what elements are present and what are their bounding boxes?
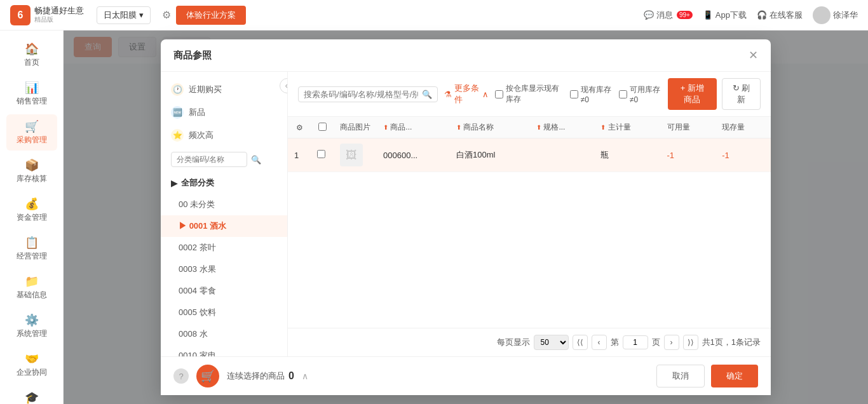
available-checkbox[interactable] — [619, 90, 627, 98]
th-unit: ⬆ 主计量 — [594, 117, 660, 138]
warehouse-filter[interactable]: 按仓库显示现有库存 — [495, 83, 563, 105]
logo-icon: 6 — [10, 5, 31, 25]
sort-icon: ⬆ — [383, 124, 388, 131]
th-available: 可用量 — [661, 117, 716, 138]
toolbar-right: + 新增商品 ↻ 刷新 — [668, 78, 761, 110]
td-unit: 瓶 — [594, 138, 660, 172]
sidebar-label-inventory: 库存核算 — [17, 173, 47, 184]
quick-item-new[interactable]: 🆕 新品 — [161, 101, 287, 124]
warehouse-label: 按仓库显示现有库存 — [506, 83, 563, 105]
page-unit: 页 — [652, 337, 660, 348]
modal-overlay: 商品参照 ✕ « 🕐 近期购买 🆕 — [64, 30, 868, 404]
messages-button[interactable]: 💬 消息 99+ — [644, 10, 693, 21]
cancel-button[interactable]: 取消 — [656, 365, 705, 387]
th-stock: 现存量 — [715, 117, 771, 138]
sidebar-item-system[interactable]: ⚙️ 系统管理 — [6, 308, 57, 344]
sidebar-item-operations[interactable]: 📋 经营管理 — [6, 231, 57, 267]
th-image: 商品图片 — [334, 117, 377, 138]
th-code-label: 商品... — [390, 123, 412, 131]
sidebar-item-guide[interactable]: 🎓 新手引导 — [6, 386, 57, 404]
category-all[interactable]: ▶ 全部分类 — [161, 172, 287, 194]
existing-filter[interactable]: 现有库存≠0 — [570, 84, 613, 104]
quick-item-frequent[interactable]: ⭐ 频次高 — [161, 124, 287, 147]
total-info: 共1页，1条记录 — [702, 337, 761, 348]
chevron-down-icon: ▾ — [139, 10, 144, 20]
sidebar-item-collab[interactable]: 🤝 企业协同 — [6, 347, 57, 383]
row-checkbox[interactable] — [317, 150, 325, 158]
confirm-button[interactable]: 确定 — [711, 365, 758, 387]
product-image: 🖼 — [340, 144, 363, 166]
table-row[interactable]: 1 🖼 000600... 白酒100ml — [288, 138, 771, 172]
sidebar-item-finance[interactable]: 💰 资金管理 — [6, 192, 57, 228]
th-spec-label: 规格... — [543, 123, 565, 131]
modal-main: 🔍 ⚗ 更多条件 ∧ 按仓库显示现有库存 — [288, 72, 771, 356]
search-input[interactable] — [304, 90, 418, 99]
existing-checkbox[interactable] — [570, 90, 578, 98]
page-size-select[interactable]: 50 100 200 — [534, 335, 569, 350]
category-item-0004[interactable]: 0004 零食 — [161, 280, 287, 302]
td-image: 🖼 — [334, 138, 377, 172]
category-search-input[interactable] — [171, 152, 247, 167]
message-badge: 99+ — [677, 11, 693, 19]
purchase-icon: 🛒 — [25, 119, 39, 133]
filter-button[interactable]: ⚗ 更多条件 ∧ — [444, 83, 489, 105]
finance-icon: 💰 — [25, 197, 39, 211]
message-icon: 💬 — [644, 10, 654, 20]
help-icon[interactable]: ? — [173, 368, 189, 384]
sidebar-item-home[interactable]: 🏠 首页 — [6, 37, 57, 73]
warehouse-checkbox[interactable] — [495, 90, 503, 98]
search-icon[interactable]: 🔍 — [422, 90, 432, 99]
category-item-0001[interactable]: ▶ 0001 酒水 — [161, 215, 287, 237]
category-item-0003[interactable]: 0003 水果 — [161, 259, 287, 280]
settings-icon[interactable]: ⚙ — [296, 123, 303, 132]
sidebar-item-inventory[interactable]: 📦 库存核算 — [6, 153, 57, 189]
top-nav: 6 畅捷通好生意 精品版 日太阳膜 ▾ ⚙ 体验行业方案 💬 消息 99+ 📱 … — [0, 0, 868, 30]
quick-label-recent: 近期购买 — [189, 84, 222, 95]
select-all-checkbox[interactable] — [318, 123, 327, 131]
category-label-00: 00 未分类 — [179, 199, 215, 209]
operations-icon: 📋 — [25, 236, 39, 250]
category-item-0005[interactable]: 0005 饮料 — [161, 302, 287, 323]
modal-body: « 🕐 近期购买 🆕 新品 ⭐ 频次高 — [161, 72, 771, 356]
category-item-0008[interactable]: 0008 水 — [161, 323, 287, 345]
quick-item-recent[interactable]: 🕐 近期购买 — [161, 78, 287, 101]
first-page-button[interactable]: ⟨⟨ — [573, 335, 588, 350]
next-page-button[interactable]: › — [664, 335, 679, 350]
prev-page-button[interactable]: ‹ — [592, 335, 607, 350]
category-item-0002[interactable]: 0002 茶叶 — [161, 237, 287, 259]
sidebar-item-purchase[interactable]: 🛒 采购管理 — [6, 114, 57, 151]
category-item-00[interactable]: 00 未分类 — [161, 194, 287, 215]
page-input[interactable] — [623, 335, 648, 349]
sort-icon-unit: ⬆ — [600, 124, 606, 131]
collapse-arrow-icon[interactable]: ∧ — [302, 371, 308, 381]
experience-button[interactable]: 体验行业方案 — [176, 6, 246, 25]
category-search-icon[interactable]: 🔍 — [251, 155, 261, 165]
existing-label: 现有库存≠0 — [581, 84, 613, 104]
product-table-body: 1 🖼 000600... 白酒100ml — [288, 138, 771, 172]
search-bar: 🔍 — [298, 86, 438, 102]
sales-icon: 📊 — [25, 81, 39, 95]
gear-icon[interactable]: ⚙ — [162, 9, 171, 21]
last-page-button[interactable]: ⟩⟩ — [683, 335, 698, 350]
product-reference-modal: 商品参照 ✕ « 🕐 近期购买 🆕 — [161, 39, 771, 395]
product-table: ⚙ 商品图片 — [288, 117, 771, 172]
td-available: -1 — [661, 138, 716, 172]
nav-right: 💬 消息 99+ 📱 App下载 🎧 在线客服 徐泽华 — [644, 6, 858, 24]
sidebar: 🏠 首页 📊 销售管理 🛒 采购管理 📦 库存核算 💰 资金管理 📋 经营管理 … — [0, 30, 64, 404]
quick-label-frequent: 频次高 — [189, 130, 214, 141]
selected-count: 0 — [288, 370, 294, 382]
nav-selector[interactable]: 日太阳膜 ▾ — [97, 6, 151, 24]
category-item-0010[interactable]: 0010 家电 — [161, 345, 287, 356]
th-code: ⬆ 商品... — [377, 117, 450, 138]
modal-close-button[interactable]: ✕ — [749, 48, 758, 62]
online-service-button[interactable]: 🎧 在线客服 — [757, 10, 803, 21]
sidebar-item-sales[interactable]: 📊 销售管理 — [6, 76, 57, 112]
sidebar-label-purchase: 采购管理 — [17, 135, 47, 145]
refresh-button[interactable]: ↻ 刷新 — [722, 78, 761, 110]
user-menu[interactable]: 徐泽华 — [813, 6, 858, 24]
available-filter[interactable]: 可用库存≠0 — [619, 84, 661, 104]
add-product-button[interactable]: + 新增商品 — [668, 78, 717, 110]
app-download-button[interactable]: 📱 App下载 — [703, 10, 747, 21]
cart-icon[interactable]: 🛒 — [196, 365, 219, 387]
sidebar-item-basic-info[interactable]: 📁 基础信息 — [6, 269, 57, 306]
